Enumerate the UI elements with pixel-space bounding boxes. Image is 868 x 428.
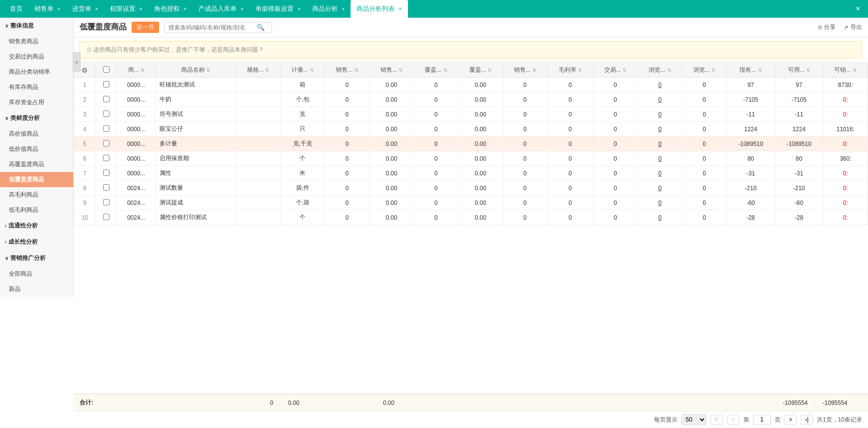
- col-trade[interactable]: 交易... ⇅: [593, 63, 638, 78]
- col-checkbox[interactable]: [96, 63, 117, 78]
- sidebar-section-freshness[interactable]: ∨ 类鲜度分析: [0, 110, 73, 126]
- last-page-button[interactable]: ›|: [801, 415, 813, 425]
- nav-close-analysis[interactable]: ×: [342, 6, 345, 12]
- col-spec[interactable]: 规格... ⇅: [236, 63, 280, 78]
- sidebar-item-high-coverage[interactable]: 高覆盖度商品: [0, 157, 73, 172]
- sidebar-item-high-value[interactable]: 高价值商品: [0, 126, 73, 142]
- row-checkbox[interactable]: [96, 137, 117, 151]
- row-browse1[interactable]: 0: [638, 196, 682, 210]
- page-size-select[interactable]: 50 100 200: [681, 414, 706, 425]
- sidebar-section-marketing[interactable]: ∨ 营销推广分析: [0, 250, 73, 266]
- col-sales-amount[interactable]: 销售... ⇅: [369, 63, 414, 78]
- row-checkbox[interactable]: [96, 107, 117, 122]
- col-gross-rate[interactable]: 毛利率 ⇅: [547, 63, 594, 78]
- period-button[interactable]: 近一月: [132, 22, 159, 33]
- col-sellable[interactable]: 可销... ⇅: [823, 63, 868, 78]
- first-page-button[interactable]: K: [710, 415, 723, 425]
- row-browse1[interactable]: 0: [638, 137, 682, 151]
- sidebar-item-capital[interactable]: 库存资金占用: [0, 95, 73, 110]
- row-current-stock: -31: [727, 166, 775, 181]
- row-browse1[interactable]: 0: [638, 78, 682, 92]
- nav-tab-template[interactable]: 单据模板设置 ×: [249, 0, 306, 18]
- sidebar-section-overall[interactable]: ∨ 整体信息: [0, 18, 73, 34]
- row-checkbox[interactable]: [96, 196, 117, 210]
- sidebar-item-low-coverage[interactable]: 低覆盖度商品: [0, 172, 73, 187]
- nav-close-permissions[interactable]: ×: [139, 6, 142, 12]
- row-name: 属性: [155, 166, 236, 181]
- nav-close-sales[interactable]: ×: [57, 6, 60, 12]
- sidebar-item-in-stock[interactable]: 有库存商品: [0, 80, 73, 95]
- sidebar-item-traded-goods[interactable]: 交易过的商品: [0, 49, 73, 64]
- nav-close-purchase[interactable]: ×: [95, 6, 98, 12]
- export-button[interactable]: ↗ 导出: [843, 23, 862, 31]
- col-current-stock[interactable]: 现有... ⇅: [727, 63, 775, 78]
- nav-tab-permissions[interactable]: 权限设置 ×: [104, 0, 148, 18]
- row-checkbox[interactable]: [96, 92, 117, 107]
- col-browse1[interactable]: 浏览... ⇅: [638, 63, 682, 78]
- window-close-button[interactable]: ×: [852, 4, 864, 13]
- row-browse1[interactable]: 0: [638, 92, 682, 107]
- sidebar-section-circulation[interactable]: › 流通性分析: [0, 218, 73, 234]
- select-all-checkbox[interactable]: [103, 66, 109, 73]
- row-checkbox[interactable]: [96, 151, 117, 166]
- search-icon[interactable]: 🔍: [257, 24, 265, 31]
- next-page-button[interactable]: >: [785, 415, 797, 425]
- col-available-stock[interactable]: 可用... ⇅: [775, 63, 823, 78]
- page-label: 第: [743, 416, 749, 424]
- sidebar-section-growth[interactable]: › 成长性分析: [0, 234, 73, 250]
- row-browse1[interactable]: 0: [638, 166, 682, 181]
- row-browse1[interactable]: 0: [638, 181, 682, 196]
- nav-close-analysis-list[interactable]: ×: [399, 6, 402, 12]
- row-num: 6: [74, 151, 96, 166]
- nav-tab-purchase[interactable]: 进货单 ×: [66, 0, 104, 18]
- col-coverage1[interactable]: 覆盖... ⇅: [414, 63, 459, 78]
- row-gross-rate: 0: [547, 166, 594, 181]
- row-browse1[interactable]: 0: [638, 122, 682, 137]
- row-browse1[interactable]: 0: [638, 107, 682, 122]
- nav-close-roles[interactable]: ×: [184, 6, 187, 12]
- row-sellable: 0:: [823, 196, 868, 210]
- sidebar-item-low-profit[interactable]: 低毛利商品: [0, 202, 73, 218]
- sidebar-collapse-button[interactable]: «: [73, 52, 81, 72]
- sidebar-item-all-goods[interactable]: 全部商品: [0, 266, 73, 282]
- row-browse2: 0: [682, 151, 727, 166]
- sidebar-item-sales-goods[interactable]: 销售类商品: [0, 34, 73, 49]
- row-checkbox[interactable]: [96, 181, 117, 196]
- nav-close-template[interactable]: ×: [298, 6, 300, 12]
- row-checkbox[interactable]: [96, 210, 117, 225]
- nav-tab-home[interactable]: 首页: [4, 0, 28, 18]
- sidebar-item-category-rate[interactable]: 商品分类动销率: [0, 64, 73, 80]
- total-available-stock: -1095554: [822, 399, 847, 406]
- row-checkbox[interactable]: [96, 166, 117, 181]
- nav-tab-analysis[interactable]: 商品分析 ×: [306, 0, 351, 18]
- row-browse1[interactable]: 0: [638, 210, 682, 225]
- col-sales-qty[interactable]: 销售... ⇅: [325, 63, 370, 78]
- row-code: 0024...: [117, 196, 155, 210]
- nav-tab-products[interactable]: 产成品入库单 ×: [192, 0, 249, 18]
- sidebar-item-new-goods[interactable]: 新品: [0, 282, 73, 297]
- col-coverage2[interactable]: 覆盖... ⇅: [458, 63, 503, 78]
- col-sales3[interactable]: 销售... ⇅: [503, 63, 547, 78]
- search-input[interactable]: [168, 24, 257, 31]
- share-button[interactable]: ⎘ 分享: [818, 23, 836, 31]
- page-number-input[interactable]: [753, 415, 771, 425]
- col-unit[interactable]: 计量... ⇅: [280, 63, 325, 78]
- col-browse2[interactable]: 浏览... ⇅: [682, 63, 727, 78]
- nav-tab-sales[interactable]: 销售单 ×: [28, 0, 66, 18]
- sidebar-item-high-profit[interactable]: 高毛利商品: [0, 187, 73, 202]
- nav-tab-roles[interactable]: 角色授权 ×: [148, 0, 192, 18]
- row-current-stock: -1089510: [727, 137, 775, 151]
- row-checkbox[interactable]: [96, 78, 117, 92]
- row-available-stock: 97: [775, 78, 823, 92]
- col-code[interactable]: 商... ⇅: [117, 63, 155, 78]
- col-name[interactable]: 商品名称 ⇅: [155, 63, 236, 78]
- settings-icon[interactable]: ⚙: [81, 66, 88, 74]
- prev-page-button[interactable]: <: [727, 415, 739, 425]
- nav-tab-analysis-list[interactable]: 商品分析列表 ×: [351, 0, 407, 18]
- row-current-stock: 97: [727, 78, 775, 92]
- sidebar-item-low-value[interactable]: 低价值商品: [0, 142, 73, 157]
- row-gross-rate: 0: [547, 92, 594, 107]
- row-browse1[interactable]: 0: [638, 151, 682, 166]
- nav-close-products[interactable]: ×: [241, 6, 244, 12]
- row-checkbox[interactable]: [96, 122, 117, 137]
